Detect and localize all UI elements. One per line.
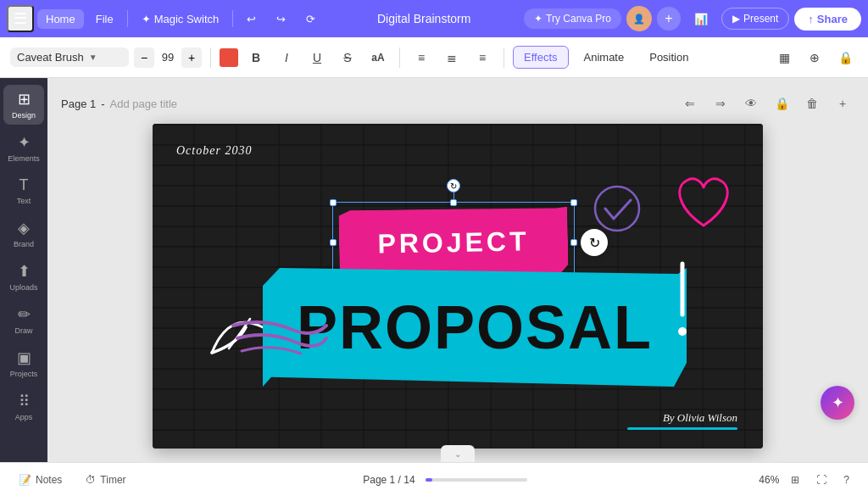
redo-button[interactable]: ↪ [268,9,294,29]
font-selector[interactable]: Caveat Brush ▼ [10,47,129,67]
page-separator: - [101,98,104,110]
next-page-button[interactable]: ⇒ [709,92,732,115]
lock-button[interactable]: 🔒 [832,45,858,70]
pink-project-banner[interactable]: PROJECT [338,207,568,279]
projects-icon: ▣ [17,348,31,367]
magic-star-icon: ✦ [142,13,151,25]
ai-assistant-button[interactable]: ✦ [821,386,854,420]
notes-icon: 📝 [19,474,31,486]
font-size-control: − 99 + [134,47,202,68]
handle-top-mid[interactable] [450,199,457,206]
svg-point-0 [595,187,639,231]
share-button[interactable]: ↑ Share [794,8,861,31]
rotate-handle[interactable]: ↻ [447,179,460,192]
home-button[interactable]: Home [37,9,84,29]
align-right-button[interactable]: ≡ [470,45,495,70]
nav-divider-2 [232,10,233,27]
page-progress-fill [426,478,432,482]
handle-mid-left[interactable] [330,239,337,246]
sidebar-label-design: Design [12,111,36,120]
italic-button[interactable]: I [274,45,299,70]
scroll-indicator[interactable]: ⌄ [441,445,475,462]
add-collaborator-button[interactable]: + [657,7,681,31]
crop-button[interactable]: ⊕ [802,45,827,70]
prev-page-button[interactable]: ⇐ [678,92,702,115]
align-center-button[interactable]: ≣ [439,45,465,70]
add-page-button[interactable]: + [831,92,854,115]
sidebar-item-projects[interactable]: ▣ Projects [3,343,44,383]
proposal-label: PROPOSAL [297,297,653,358]
notes-button[interactable]: 📝 Notes [14,471,67,489]
date-text: October 2030 [176,144,252,158]
svg-point-1 [678,327,687,336]
font-size-value: 99 [158,51,178,64]
decrease-font-size-button[interactable]: − [134,47,154,68]
align-left-button[interactable]: ≡ [409,45,434,70]
font-dropdown-icon: ▼ [89,53,97,62]
eye-button[interactable]: 👁 [739,92,763,115]
page-progress-track[interactable] [426,478,527,482]
avatar: 👤 [626,6,652,31]
lock-page-button[interactable]: 🔒 [770,92,793,115]
sidebar-item-draw[interactable]: ✏ Draw [3,300,44,340]
document-title: Digital Brainstorm [377,12,470,25]
timer-button[interactable]: ⏱ Timer [81,471,131,489]
uploads-icon: ⬆ [18,262,31,281]
magic-switch-button[interactable]: ✦ Magic Switch [133,9,228,29]
effects-button[interactable]: Effects [513,46,569,69]
page-title-placeholder[interactable]: Add page title [110,98,178,110]
slide-canvas[interactable]: October 2030 PROJECT ↻ [153,124,763,449]
timer-icon: ⏱ [86,474,96,486]
handle-top-left[interactable] [330,199,337,206]
main-layout: ⊞ Design ✦ Elements T Text ◈ Brand ⬆ Upl… [0,78,868,462]
fullscreen-button[interactable]: ⛶ [811,471,832,489]
toolbar-divider-2 [399,47,400,68]
strikethrough-button[interactable]: S [335,45,360,70]
nav-center: Digital Brainstorm [327,12,520,25]
font-color-swatch[interactable] [220,48,238,67]
sidebar-item-brand[interactable]: ◈ Brand [3,214,44,254]
rotate-line [453,186,454,199]
byline-text: By Olivia Wilson [663,411,737,425]
position-button[interactable]: Position [639,47,698,68]
texture-button[interactable]: ▦ [771,45,797,70]
nav-right-actions: ✦ Try Canva Pro 👤 + 📊 ▶ Present ↑ Share [524,6,861,31]
increase-font-size-button[interactable]: + [181,47,202,68]
undo-button[interactable]: ↩ [238,9,264,29]
handle-top-right[interactable] [570,199,577,206]
sidebar-label-uploads: Uploads [9,283,37,292]
apps-icon: ⠿ [19,392,30,410]
grid-view-button[interactable]: ⊞ [786,471,804,489]
sidebar-label-text: Text [17,197,31,205]
draw-icon: ✏ [18,305,31,324]
share-icon: ↑ [808,13,814,25]
page-label: Page 1 [61,98,96,110]
font-case-button[interactable]: aA [365,45,391,70]
help-button[interactable]: ? [838,471,854,489]
menu-button[interactable]: ☰ [7,5,34,32]
try-canva-button[interactable]: ✦ Try Canva Pro [524,8,621,29]
design-icon: ⊞ [18,90,31,109]
canvas-area[interactable]: Page 1 - Add page title ⇐ ⇒ 👁 🔒 🗑 + Octo… [47,78,868,462]
sidebar-item-uploads[interactable]: ⬆ Uploads [3,257,44,297]
sidebar-item-design[interactable]: ⊞ Design [3,85,44,125]
present-icon: ▶ [732,13,740,25]
stats-button[interactable]: 📊 [686,9,716,29]
slide-content: October 2030 PROJECT ↻ [153,124,763,449]
font-name-display: Caveat Brush [17,51,84,64]
sidebar-item-elements[interactable]: ✦ Elements [3,128,44,168]
sidebar-label-elements: Elements [8,154,40,163]
animate-button[interactable]: Animate [574,47,635,68]
handle-mid-right[interactable] [570,239,577,246]
page-title-bar: Page 1 - Add page title [61,98,177,110]
sidebar-item-text[interactable]: T Text [3,171,44,210]
save-status-button[interactable]: ⟳ [298,9,324,29]
sidebar-label-brand: Brand [14,240,34,248]
underline-button[interactable]: U [304,45,330,70]
sidebar-item-apps[interactable]: ⠿ Apps [3,387,44,426]
elements-icon: ✦ [18,133,31,152]
delete-page-button[interactable]: 🗑 [800,92,824,115]
file-button[interactable]: File [87,9,122,29]
present-button[interactable]: ▶ Present [721,8,789,30]
bold-button[interactable]: B [243,45,269,70]
